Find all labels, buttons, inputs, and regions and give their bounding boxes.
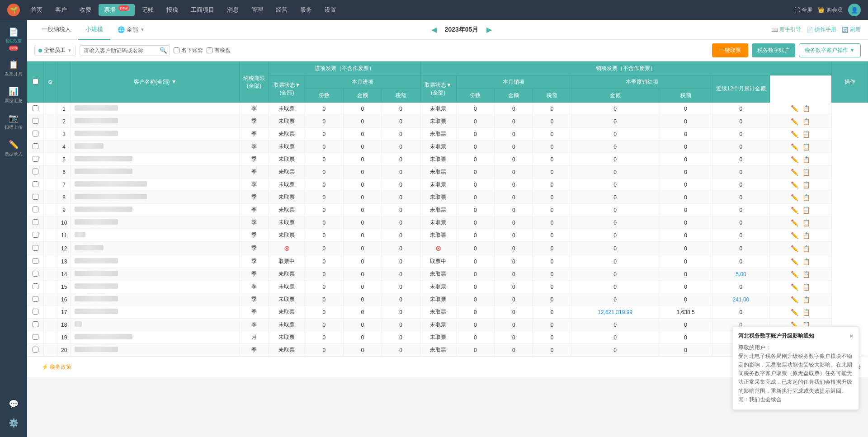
row-client-name[interactable] [71,293,240,306]
sidebar-item-messages[interactable]: 💬 [2,395,25,413]
row-checkbox[interactable] [33,219,38,225]
tax-policy-link[interactable]: ⚡ 税务政策 [34,360,79,375]
row-client-name[interactable] [71,141,240,153]
nav-message[interactable]: 消息 [222,4,244,16]
row-copy-button[interactable]: 📋 [801,271,811,278]
row-copy-button[interactable]: 📋 [801,258,811,265]
checkbox-has-taxpad[interactable]: 有税盘 [207,47,231,54]
tab-general-taxpayer[interactable]: 一般纳税人 [34,20,78,40]
row-checkbox[interactable] [33,283,38,289]
nav-home[interactable]: 首页 [25,4,48,16]
checkbox-my-accounts[interactable]: 名下账套 [174,47,203,54]
row-edit-button[interactable]: ✏️ [789,232,800,239]
row-copy-button[interactable]: 📋 [801,219,811,226]
nav-fee[interactable]: 收费 [74,4,97,16]
row-client-name[interactable] [71,191,240,204]
row-edit-button[interactable]: ✏️ [789,143,800,150]
search-input[interactable] [80,45,170,56]
refresh-button[interactable]: 🔄 刷新 [842,26,861,33]
row-edit-button[interactable]: ✏️ [789,181,800,188]
nav-service[interactable]: 服务 [295,4,317,16]
nav-operation[interactable]: 经营 [270,4,293,16]
row-copy-button[interactable]: 📋 [801,309,811,316]
row-checkbox[interactable] [33,105,38,111]
row-edit-button[interactable]: ✏️ [789,169,800,176]
row-edit-button[interactable]: ✏️ [789,309,800,316]
row-client-name[interactable] [71,166,240,179]
nav-accounting[interactable]: 记账 [137,4,159,16]
row-client-name[interactable] [71,281,240,293]
prev-month-button[interactable]: ◀ [429,24,439,35]
row-checkbox[interactable] [33,169,38,174]
row-client-name[interactable] [71,306,240,319]
row-client-name[interactable] [71,242,240,255]
row-client-name[interactable] [71,128,240,141]
row-checkbox[interactable] [33,156,38,162]
nav-customer[interactable]: 客户 [50,4,72,16]
fullscreen-button[interactable]: ⛶ 全屏 [794,6,812,14]
header-in-status[interactable]: 取票状态▼(全部) [269,75,305,103]
row-edit-button[interactable]: ✏️ [789,118,800,125]
header-out-status[interactable]: 取票状态▼(全部) [420,75,456,103]
nav-business[interactable]: 工商项目 [185,4,220,16]
header-settings[interactable]: ⚙ [44,62,57,103]
sidebar-item-invoice-open[interactable]: 📋 发票开具 [2,56,25,81]
row-edit-button[interactable]: ✏️ [789,105,800,112]
select-all-checkbox[interactable] [33,79,38,85]
member-button[interactable]: 👑 购会员 [818,6,843,14]
one-click-ticket-button[interactable]: 一键取票 [712,43,748,57]
nav-settings[interactable]: 设置 [319,4,342,16]
row-checkbox[interactable] [33,194,38,200]
row-edit-button[interactable]: ✏️ [789,283,800,291]
row-checkbox[interactable] [33,131,38,136]
user-avatar[interactable]: 👤 [848,4,861,16]
row-edit-button[interactable]: ✏️ [789,245,800,252]
digital-account-op-button[interactable]: 税务数字账户操作 ▼ [799,43,861,57]
row-edit-button[interactable]: ✏️ [789,194,800,201]
sidebar-item-scan-upload[interactable]: 📷 扫描上传 [2,109,25,134]
row-copy-button[interactable]: 📋 [801,207,811,214]
row-client-name[interactable] [71,115,240,128]
row-client-name[interactable] [71,229,240,242]
row-edit-button[interactable]: ✏️ [789,156,800,163]
row-copy-button[interactable]: 📋 [801,296,811,303]
search-button[interactable]: 🔍 [160,47,167,54]
notification-close-button[interactable]: × [849,333,853,339]
row-checkbox[interactable] [33,296,38,302]
next-month-button[interactable]: ▶ [484,24,495,35]
row-checkbox[interactable] [33,143,38,149]
row-checkbox[interactable] [33,271,38,277]
row-client-name[interactable] [71,179,240,191]
row-copy-button[interactable]: 📋 [801,131,811,138]
row-checkbox[interactable] [33,181,38,187]
row-checkbox[interactable] [33,118,38,124]
row-copy-button[interactable]: 📋 [801,283,811,291]
row-edit-button[interactable]: ✏️ [789,271,800,278]
row-checkbox[interactable] [33,321,38,327]
row-copy-button[interactable]: 📋 [801,156,811,163]
row-client-name[interactable] [71,331,240,344]
row-copy-button[interactable]: 📋 [801,245,811,252]
employee-select[interactable]: 全部员工 ▼ [34,45,76,56]
row-copy-button[interactable]: 📋 [801,105,811,112]
row-checkbox[interactable] [33,347,38,352]
row-checkbox[interactable] [33,258,38,264]
row-copy-button[interactable]: 📋 [801,143,811,150]
row-edit-button[interactable]: ✏️ [789,258,800,265]
manual-button[interactable]: 📄 操作手册 [807,26,836,33]
row-client-name[interactable] [71,216,240,229]
row-copy-button[interactable]: 📋 [801,118,811,125]
row-edit-button[interactable]: ✏️ [789,219,800,226]
row-checkbox[interactable] [33,334,38,340]
sidebar-item-ticket-entry[interactable]: ✏️ 票据录入 [2,136,25,161]
row-checkbox[interactable] [33,309,38,315]
row-client-name[interactable] [71,103,240,115]
row-checkbox[interactable] [33,245,38,251]
nav-manage[interactable]: 管理 [246,4,269,16]
row-client-name[interactable] [71,344,240,357]
tab-all-capable[interactable]: 🌐 全能 ▼ [110,20,152,39]
digital-account-button[interactable]: 税务数字账户 [752,43,795,57]
row-copy-button[interactable]: 📋 [801,194,811,201]
row-client-name[interactable] [71,268,240,281]
has-taxpad-checkbox[interactable] [207,47,212,53]
